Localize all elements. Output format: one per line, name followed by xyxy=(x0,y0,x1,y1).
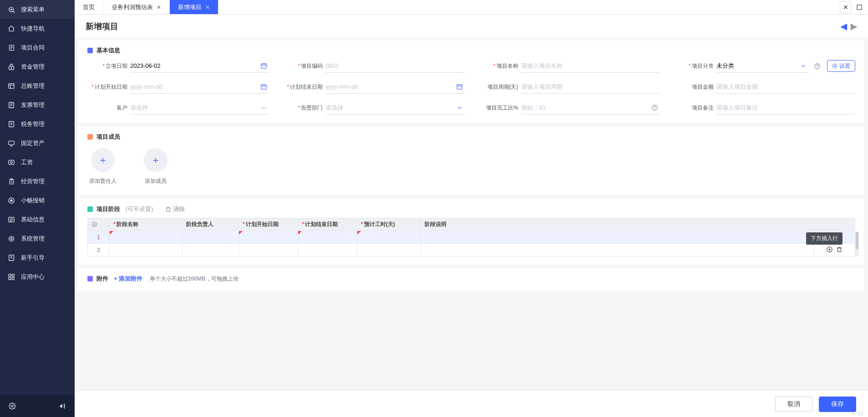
field-control[interactable] xyxy=(521,101,660,115)
amount-input[interactable] xyxy=(716,83,855,90)
svg-rect-36 xyxy=(9,277,11,280)
insert-row-icon[interactable] xyxy=(826,246,834,254)
plan_end-input[interactable] xyxy=(325,83,464,90)
sidebar-item-3[interactable]: 资金管理 xyxy=(0,57,75,76)
cell[interactable] xyxy=(110,231,183,244)
field-control[interactable]: ··· xyxy=(130,101,269,115)
cell[interactable] xyxy=(421,244,814,256)
cell[interactable] xyxy=(239,244,298,256)
field-control[interactable] xyxy=(521,59,660,73)
sidebar-item-14[interactable]: 应用中心 xyxy=(0,267,75,286)
settings-icon[interactable] xyxy=(8,402,16,410)
code-input[interactable] xyxy=(325,62,464,69)
cycle-input[interactable] xyxy=(521,83,660,90)
field-control[interactable] xyxy=(130,80,269,94)
save-button[interactable]: 保存 xyxy=(819,397,856,412)
sidebar-item-2[interactable]: 项目合同 xyxy=(0,38,75,57)
field-label: *计划开始日期 xyxy=(87,83,127,91)
tab-label: 首页 xyxy=(83,3,95,11)
page-header: 新增项目 ◀ ▶ xyxy=(75,15,868,38)
sidebar-item-4[interactable]: 总账管理 xyxy=(0,76,75,95)
sidebar-item-7[interactable]: 固定资产 xyxy=(0,134,75,153)
field-control[interactable] xyxy=(716,80,855,94)
svg-point-47 xyxy=(817,67,817,68)
nav-prev-icon[interactable]: ◀ xyxy=(841,21,847,31)
sidebar-item-1[interactable]: 快捷导航 xyxy=(0,19,75,38)
close-icon[interactable]: ✕ xyxy=(205,4,210,10)
calendar-icon[interactable] xyxy=(260,83,267,90)
nav-next-icon[interactable]: ▶ xyxy=(851,21,857,31)
field-plan_start: *计划开始日期 xyxy=(87,80,269,94)
content-area: 基本信息 *立项日期*项目编码*项目名称*项目分类设置*计划开始日期*计划结束日… xyxy=(75,38,868,391)
cancel-button[interactable]: 取消 xyxy=(775,397,812,412)
add-owner-button[interactable]: ＋ 添加责任人 xyxy=(89,148,117,185)
table-scrollbar[interactable] xyxy=(855,231,859,256)
cell[interactable] xyxy=(421,231,814,244)
field-control[interactable] xyxy=(325,101,464,115)
delete-row-icon[interactable] xyxy=(835,246,843,254)
sidebar-item-0[interactable]: 搜索菜单 xyxy=(0,0,75,19)
sidebar-item-11[interactable]: 基础信息 xyxy=(0,210,75,229)
delete-row-icon[interactable] xyxy=(835,233,843,241)
field-control[interactable] xyxy=(716,59,808,73)
tab-2[interactable]: 新增项目✕ xyxy=(170,0,218,14)
sidebar-item-6[interactable]: 税务管理 xyxy=(0,115,75,134)
name-input[interactable] xyxy=(521,62,660,69)
cell[interactable] xyxy=(357,231,421,244)
tab-1[interactable]: 业务利润预估表✕ xyxy=(103,0,170,14)
customer-input[interactable] xyxy=(130,104,269,111)
table-row[interactable]: 2 xyxy=(88,244,855,256)
plan_start-input[interactable] xyxy=(130,83,269,90)
sidebar-item-label: 小畅报销 xyxy=(21,196,45,205)
sidebar-item-12[interactable]: 系统管理 xyxy=(0,229,75,248)
cell[interactable] xyxy=(298,244,357,256)
more-icon[interactable]: ··· xyxy=(261,104,267,111)
field-control[interactable] xyxy=(521,80,660,94)
dept-input[interactable] xyxy=(325,104,464,111)
add-member-button[interactable]: ＋ 添加成员 xyxy=(144,148,168,185)
svg-rect-17 xyxy=(9,141,14,145)
category-input[interactable] xyxy=(716,62,808,69)
sidebar-item-9[interactable]: 经营管理 xyxy=(0,172,75,191)
collapse-icon[interactable] xyxy=(58,402,66,410)
sidebar-item-13[interactable]: 新手引导 xyxy=(0,248,75,267)
field-control[interactable] xyxy=(716,101,855,115)
insert-row-icon[interactable] xyxy=(826,233,834,241)
remark-input[interactable] xyxy=(716,104,855,111)
maximize-icon[interactable] xyxy=(853,1,865,13)
field-label: 客户 xyxy=(87,104,127,112)
field-control[interactable] xyxy=(130,59,269,73)
chevron-icon[interactable] xyxy=(457,105,463,111)
help-icon[interactable] xyxy=(651,104,658,111)
cell[interactable] xyxy=(183,244,239,256)
date-input[interactable] xyxy=(130,62,269,69)
ledger-icon xyxy=(7,82,15,90)
close-icon[interactable]: ✕ xyxy=(157,4,161,10)
chevron-icon[interactable] xyxy=(800,63,807,69)
cell[interactable] xyxy=(357,244,421,256)
table-row[interactable]: 1 xyxy=(88,231,855,244)
cell[interactable] xyxy=(239,231,298,244)
cell[interactable] xyxy=(183,231,239,244)
field-control[interactable] xyxy=(325,59,464,73)
calendar-icon[interactable] xyxy=(260,62,267,69)
configure-button[interactable]: 设置 xyxy=(827,60,855,72)
gear-col-icon[interactable] xyxy=(88,218,110,231)
sidebar-item-8[interactable]: 工资 xyxy=(0,153,75,172)
window-buttons: ✕ xyxy=(840,0,868,14)
stages-table: *阶段名称阶段负责人*计划开始日期*计划结束日期*预计工时(天)阶段说明 1 2 xyxy=(87,218,855,256)
cell[interactable] xyxy=(298,231,357,244)
clear-stages-button[interactable]: 清除 xyxy=(165,205,185,213)
calendar-icon[interactable] xyxy=(456,83,463,90)
help-icon[interactable] xyxy=(814,63,821,70)
sidebar-item-5[interactable]: 发票管理 xyxy=(0,95,75,115)
add-attachment-button[interactable]: + 添加附件 xyxy=(114,275,142,283)
tab-0[interactable]: 首页 xyxy=(75,0,103,14)
field-control[interactable] xyxy=(325,80,464,94)
svg-point-48 xyxy=(834,65,836,67)
close-window-icon[interactable]: ✕ xyxy=(840,1,852,13)
cell[interactable] xyxy=(110,244,183,256)
sidebar-item-10[interactable]: 小畅报销 xyxy=(0,191,75,210)
row-number: 2 xyxy=(88,244,110,256)
progress-input[interactable] xyxy=(521,104,660,111)
